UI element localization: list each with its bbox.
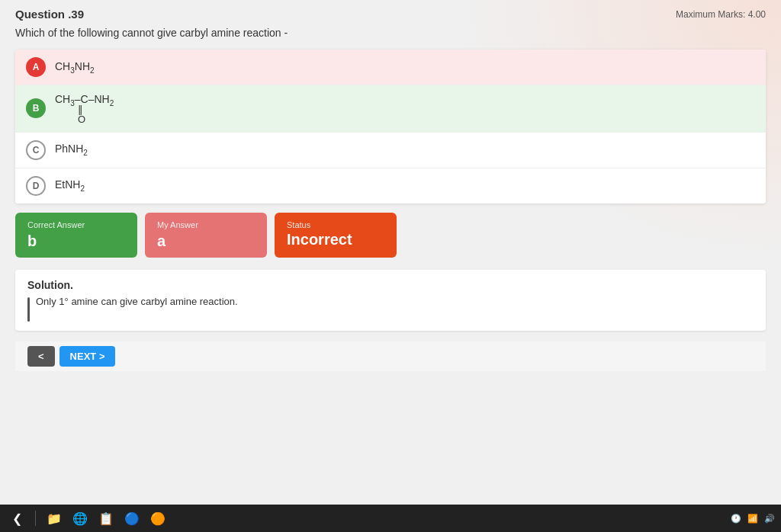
option-a[interactable]: A CH3NH2 (15, 50, 766, 85)
next-button[interactable]: NEXT > (59, 346, 116, 367)
taskbar-app2[interactable]: 🟠 (147, 508, 169, 529)
option-c-badge: C (26, 140, 46, 160)
correct-answer-box: Correct Answer b (15, 213, 137, 258)
next-label: NEXT (70, 351, 97, 362)
main-content: Question .39 Maximum Marks: 4.00 Which o… (0, 0, 781, 379)
taskbar-browser[interactable]: 🌐 (69, 508, 91, 529)
solution-bar-line (27, 297, 30, 322)
taskbar-folder[interactable]: 📁 (43, 508, 65, 529)
next-arrow: > (99, 351, 105, 362)
option-a-badge: A (26, 57, 46, 77)
question-number: Question .39 (15, 8, 84, 21)
answer-boxes: Correct Answer b My Answer a Status Inco… (15, 213, 766, 258)
option-b-badge: B (26, 98, 46, 118)
solution-bar: Only 1° amine can give carbyl amine reac… (27, 296, 754, 322)
option-b-structure: CH3–C–NH2 (55, 93, 114, 107)
taskbar-clock: 🕐 (731, 514, 741, 524)
bottom-nav: < NEXT > (15, 341, 766, 371)
option-c[interactable]: C PhNH2 (15, 133, 766, 168)
option-b-content: CH3–C–NH2 ‖O (55, 93, 114, 124)
my-answer-box: My Answer a (145, 213, 267, 258)
option-a-content: CH3NH2 (55, 60, 95, 75)
taskbar-right: 🕐 📶 🔊 (731, 514, 775, 524)
taskbar-back[interactable]: ❮ (6, 508, 27, 529)
my-answer-label: My Answer (157, 220, 255, 229)
page-container: Question .39 Maximum Marks: 4.00 Which o… (0, 0, 781, 532)
taskbar-sound: 🔊 (764, 514, 775, 524)
option-d-content: EtNH2 (55, 178, 85, 193)
solution-container: Solution. Only 1° amine can give carbyl … (15, 270, 766, 331)
solution-text: Only 1° amine can give carbyl amine reac… (36, 296, 238, 307)
taskbar-app1[interactable]: 🔵 (121, 508, 143, 529)
option-c-content: PhNH2 (55, 143, 88, 157)
options-container: A CH3NH2 B CH3–C–NH2 ‖O C (15, 50, 766, 204)
correct-answer-value: b (27, 232, 125, 250)
taskbar-wifi: 📶 (747, 514, 758, 524)
option-b[interactable]: B CH3–C–NH2 ‖O (15, 85, 766, 133)
status-label: Status (287, 220, 384, 229)
correct-answer-label: Correct Answer (27, 220, 125, 229)
max-marks: Maximum Marks: 4.00 (676, 9, 766, 20)
solution-title: Solution. (27, 279, 754, 291)
taskbar-clipboard[interactable]: 📋 (95, 508, 117, 529)
header-row: Question .39 Maximum Marks: 4.00 (15, 8, 766, 21)
question-text: Which of the following cannot give carby… (15, 27, 766, 39)
back-button[interactable]: < (27, 346, 55, 367)
option-d-badge: D (26, 176, 46, 196)
taskbar: ❮ 📁 🌐 📋 🔵 🟠 🕐 📶 🔊 (0, 505, 781, 532)
option-d[interactable]: D EtNH2 (15, 168, 766, 204)
status-box: Status Incorrect (275, 213, 397, 258)
status-value: Incorrect (287, 231, 384, 248)
taskbar-sep-1 (35, 511, 36, 526)
my-answer-value: a (157, 232, 255, 250)
